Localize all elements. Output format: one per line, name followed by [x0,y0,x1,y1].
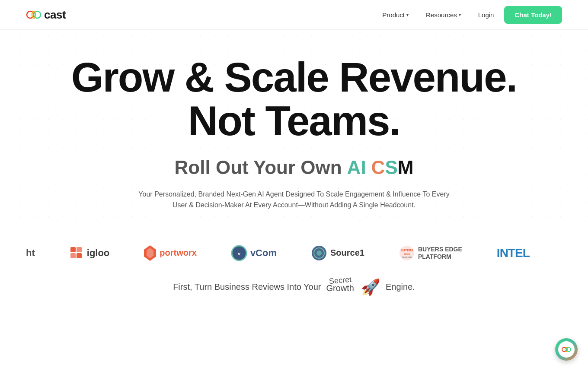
bottom-text: First, Turn Business Reviews Into Your S… [173,278,415,296]
logo-source1: Source1 [311,245,364,261]
logo-igloo: igloo [70,246,110,260]
csm-m: M [398,157,414,178]
svg-text:v: v [238,251,241,256]
float-badge-inner [558,341,575,358]
svg-point-14 [316,251,322,256]
logo-text: cast [44,8,66,22]
logo-link[interactable]: cast [26,7,66,22]
source1-icon [311,245,327,261]
csm-text: CSM [371,157,414,178]
logo-icon [26,7,42,22]
logos-strip: ht igloo portworx [0,228,588,270]
svg-rect-6 [77,253,82,258]
svg-rect-3 [70,247,76,252]
hero-section: Grow & Scale Revenue. Not Teams. Roll Ou… [0,30,588,228]
hero-subtitle: Roll Out Your Own AI CSM [175,157,414,178]
svg-rect-5 [70,253,76,258]
secret-word: Secret [329,275,352,286]
ai-text: AI [347,157,366,178]
hero-headline: Grow & Scale Revenue. Not Teams. [71,56,517,143]
buyers-edge-icon: BUYERS EDGE PLATFORM [399,245,415,261]
svg-rect-4 [77,247,82,252]
product-chevron-icon: ▾ [406,13,409,17]
rocket-icon: 🚀 [361,278,380,296]
bottom-section: First, Turn Business Reviews Into Your S… [0,270,588,314]
csm-s: S [385,157,397,178]
login-button[interactable]: Login [471,8,501,22]
resources-menu[interactable]: Resources ▾ [419,8,468,22]
portworx-icon [144,245,156,261]
product-menu[interactable]: Product ▾ [375,8,415,22]
float-badge[interactable] [555,338,578,361]
logos-track: ht igloo portworx [0,245,588,261]
svg-text:EDGE: EDGE [404,253,410,255]
svg-text:PLATFORM: PLATFORM [402,256,412,258]
igloo-icon [70,246,83,260]
logo-vcom: v vCom [231,245,277,261]
logo-intel: INTEL [497,246,530,260]
secret-container: Secret Growth [326,276,354,293]
cta-button[interactable]: Chat Today! [504,6,562,24]
nav-links: Product ▾ Resources ▾ Login Chat Today! [375,6,562,24]
navbar: cast Product ▾ Resources ▾ Login Chat To… [0,0,588,30]
logo-buyers-edge: BUYERS EDGE PLATFORM BUYERS EDGEPLATFORM [399,245,462,261]
hero-description: Your Personalized, Branded Next-Gen AI A… [138,189,450,211]
float-cast-icon [561,344,572,355]
resources-chevron-icon: ▾ [459,13,461,17]
csm-c: C [371,157,385,178]
vcom-icon: v [231,245,247,261]
logo-portworx: portworx [144,245,197,261]
logo-ht: ht [26,247,35,259]
svg-text:BUYERS: BUYERS [400,249,413,252]
